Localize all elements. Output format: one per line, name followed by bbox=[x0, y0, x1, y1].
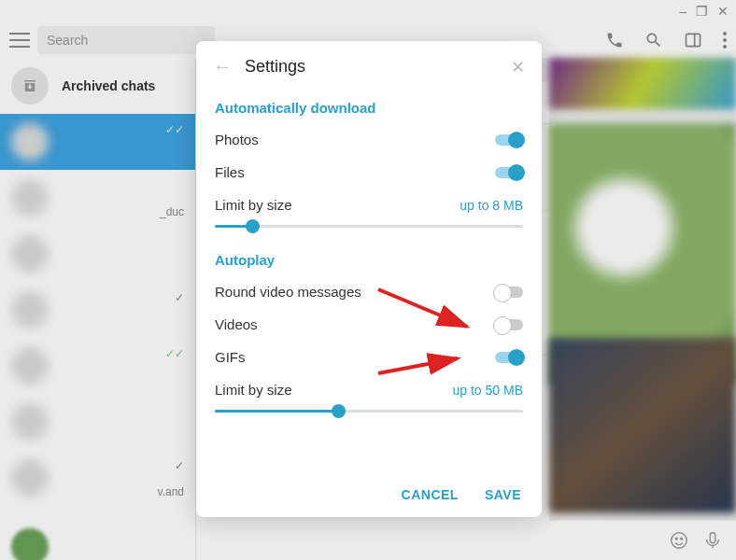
modal-footer: CANCEL SAVE bbox=[196, 474, 542, 517]
modal-header: ← Settings ✕ bbox=[196, 41, 542, 85]
videos-label: Videos bbox=[215, 316, 258, 332]
download-size-slider[interactable] bbox=[215, 225, 523, 228]
auto-download-files-row: Files bbox=[215, 156, 523, 189]
modal-body: Automatically download Photos Files Limi… bbox=[196, 85, 542, 474]
section-title-auto-download: Automatically download bbox=[215, 89, 523, 123]
gifs-label: GIFs bbox=[215, 349, 246, 365]
close-icon[interactable]: ✕ bbox=[511, 57, 525, 77]
modal-title: Settings bbox=[245, 57, 498, 77]
settings-modal: ← Settings ✕ Automatically download Phot… bbox=[196, 41, 542, 517]
photos-label: Photos bbox=[215, 132, 259, 147]
limit-value: up to 50 MB bbox=[453, 383, 524, 398]
files-toggle[interactable] bbox=[495, 167, 523, 178]
auto-download-limit-row: Limit by size up to 8 MB bbox=[215, 189, 523, 221]
autoplay-round-video-row: Round video messages bbox=[215, 275, 523, 308]
videos-toggle[interactable] bbox=[495, 319, 523, 330]
round-video-toggle[interactable] bbox=[495, 287, 523, 298]
limit-label: Limit by size bbox=[215, 197, 292, 213]
autoplay-videos-row: Videos bbox=[215, 308, 523, 341]
cancel-button[interactable]: CANCEL bbox=[402, 487, 459, 502]
auto-download-photos-row: Photos bbox=[215, 123, 523, 156]
section-title-autoplay: Autoplay bbox=[215, 241, 523, 275]
files-label: Files bbox=[215, 164, 245, 180]
autoplay-gifs-row: GIFs bbox=[215, 341, 523, 373]
autoplay-limit-row: Limit by size up to 50 MB bbox=[215, 373, 523, 406]
limit-label: Limit by size bbox=[215, 382, 292, 398]
autoplay-size-slider[interactable] bbox=[215, 410, 523, 413]
gifs-toggle[interactable] bbox=[495, 352, 523, 363]
round-video-label: Round video messages bbox=[215, 284, 361, 300]
back-icon[interactable]: ← bbox=[213, 56, 232, 77]
photos-toggle[interactable] bbox=[495, 134, 523, 146]
limit-value: up to 8 MB bbox=[460, 198, 523, 213]
save-button[interactable]: SAVE bbox=[485, 487, 521, 502]
